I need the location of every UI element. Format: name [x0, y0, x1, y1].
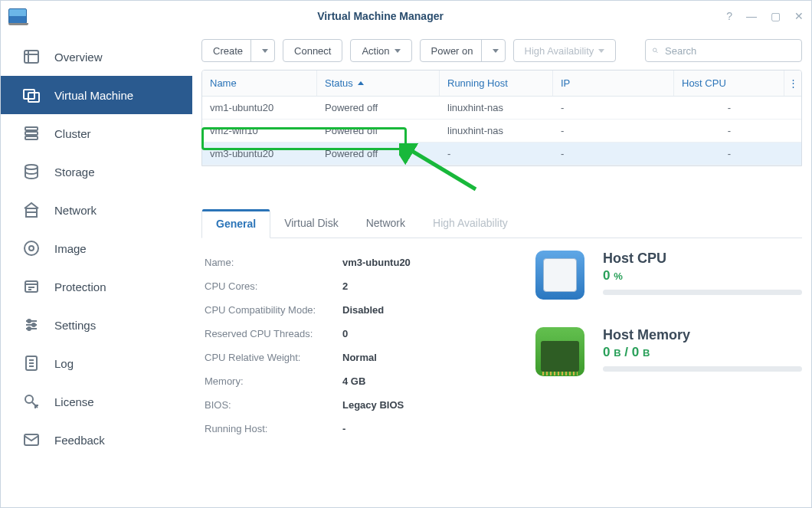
- tab-network[interactable]: Network: [352, 209, 419, 238]
- tab-high-availability[interactable]: High Availability: [419, 209, 522, 238]
- table-row[interactable]: vm2-win10 Powered off linuxhint-nas - -: [202, 120, 801, 143]
- overview-icon: [22, 48, 41, 66]
- sidebar-item-settings[interactable]: Settings: [1, 306, 192, 344]
- col-name[interactable]: Name: [202, 70, 317, 96]
- create-button[interactable]: Create: [201, 39, 275, 62]
- sidebar-item-network[interactable]: Network: [1, 191, 192, 229]
- svg-rect-7: [25, 136, 38, 139]
- main-panel: Create Connect Action Power on High Avai…: [192, 31, 811, 507]
- sidebar-item-feedback[interactable]: Feedback: [1, 421, 192, 459]
- prop-value: 0: [342, 328, 511, 339]
- col-ip[interactable]: IP: [553, 70, 674, 96]
- sidebar-item-storage[interactable]: Storage: [1, 152, 192, 191]
- minimize-icon[interactable]: —: [746, 10, 757, 22]
- sidebar-item-image[interactable]: Image: [1, 229, 192, 267]
- window: Virtual Machine Manager ? — ▢ ✕ Overview…: [0, 0, 812, 508]
- settings-icon: [22, 316, 41, 334]
- host-cpu-stat: Host CPU 0 %: [535, 251, 802, 300]
- vm-icon: [22, 86, 41, 104]
- sidebar-item-label: Log: [54, 357, 74, 370]
- connect-button[interactable]: Connect: [283, 39, 342, 62]
- svg-point-27: [25, 395, 33, 403]
- stat-value: 0 %: [603, 268, 802, 283]
- table-row[interactable]: vm3-ubuntu20 Powered off - - -: [202, 143, 801, 166]
- sidebar-item-protection[interactable]: Protection: [1, 267, 192, 306]
- svg-rect-6: [25, 132, 38, 135]
- prop-value: Disabled: [342, 304, 511, 316]
- sidebar-item-overview[interactable]: Overview: [1, 38, 192, 76]
- sidebar-item-cluster[interactable]: Cluster: [1, 114, 192, 152]
- protection-icon: [22, 277, 41, 296]
- svg-point-29: [653, 48, 657, 52]
- prop-value: vm3-ubuntu20: [342, 257, 511, 268]
- svg-point-11: [25, 241, 38, 255]
- detail-stats: Host CPU 0 % Host Memory 0 B / 0 B: [517, 251, 802, 507]
- sidebar-item-virtual-machine[interactable]: Virtual Machine: [1, 76, 192, 114]
- prop-value: -: [342, 423, 511, 434]
- sidebar-item-label: Virtual Machine: [54, 89, 133, 102]
- sidebar-item-license[interactable]: License: [1, 382, 192, 421]
- help-icon[interactable]: ?: [726, 10, 732, 22]
- sidebar-item-label: Overview: [54, 51, 103, 64]
- power-on-button[interactable]: Power on: [420, 39, 506, 62]
- image-icon: [22, 239, 41, 257]
- col-running-host[interactable]: Running Host: [440, 70, 553, 96]
- svg-point-8: [25, 165, 38, 169]
- tab-virtual-disk[interactable]: Virtual Disk: [270, 209, 352, 238]
- search-input[interactable]: [645, 39, 802, 62]
- table-header: Name Status Running Host IP Host CPU ⋮: [202, 70, 801, 97]
- create-dropdown-icon[interactable]: [250, 40, 274, 61]
- svg-point-12: [29, 246, 34, 251]
- tab-general[interactable]: General: [201, 209, 270, 238]
- license-icon: [22, 392, 41, 411]
- memory-icon: [535, 327, 584, 376]
- sidebar-item-label: Storage: [54, 166, 95, 179]
- col-status[interactable]: Status: [317, 70, 440, 96]
- storage-icon: [22, 162, 41, 181]
- cpu-icon: [535, 251, 584, 300]
- svg-rect-5: [25, 127, 38, 130]
- stat-bar: [603, 366, 802, 372]
- network-icon: [22, 201, 41, 219]
- prop-value: 4 GB: [342, 375, 511, 387]
- prop-label: CPU Cores:: [205, 280, 342, 292]
- feedback-icon: [22, 431, 41, 449]
- sidebar-item-label: Protection: [54, 280, 106, 293]
- stat-value: 0 B / 0 B: [603, 345, 802, 360]
- prop-label: CPU Relative Weight:: [205, 352, 342, 363]
- stat-bar: [603, 290, 802, 295]
- vm-table: Name Status Running Host IP Host CPU ⋮ v…: [201, 70, 802, 166]
- close-icon[interactable]: ✕: [794, 10, 804, 22]
- detail-tabs: General Virtual Disk Network High Availa…: [201, 209, 802, 238]
- sidebar-item-label: Network: [54, 204, 97, 217]
- prop-label: Running Host:: [205, 423, 342, 434]
- prop-value: Normal: [342, 352, 511, 363]
- sort-asc-icon: [358, 81, 364, 85]
- log-icon: [22, 354, 41, 372]
- prop-label: CPU Compatibility Mode:: [205, 304, 342, 316]
- stat-title: Host Memory: [603, 327, 802, 343]
- window-title: Virtual Machine Manager: [34, 10, 726, 22]
- svg-rect-0: [25, 51, 38, 63]
- stat-title: Host CPU: [603, 251, 802, 267]
- sidebar-item-label: Settings: [54, 319, 96, 332]
- sidebar-item-label: Feedback: [54, 434, 105, 447]
- prop-value: 2: [342, 280, 511, 292]
- prop-value: Legacy BIOS: [342, 399, 511, 411]
- sidebar-item-log[interactable]: Log: [1, 344, 192, 382]
- sidebar-item-label: Image: [54, 242, 87, 255]
- cluster-icon: [22, 124, 41, 143]
- prop-label: Memory:: [205, 375, 342, 387]
- title-bar: Virtual Machine Manager ? — ▢ ✕: [1, 1, 811, 31]
- app-icon: [8, 8, 27, 24]
- search-icon: [652, 45, 659, 56]
- col-host-cpu[interactable]: Host CPU: [674, 70, 784, 96]
- col-menu-icon[interactable]: ⋮: [784, 70, 801, 96]
- power-dropdown-icon[interactable]: [481, 40, 505, 61]
- action-button[interactable]: Action: [350, 39, 411, 62]
- table-row[interactable]: vm1-ubuntu20 Powered off linuxhint-nas -…: [202, 97, 801, 120]
- maximize-icon[interactable]: ▢: [771, 10, 781, 22]
- detail-properties: Name:vm3-ubuntu20 CPU Cores:2 CPU Compat…: [201, 251, 517, 507]
- prop-label: Name:: [205, 257, 342, 268]
- high-availability-button[interactable]: High Availability: [513, 39, 617, 62]
